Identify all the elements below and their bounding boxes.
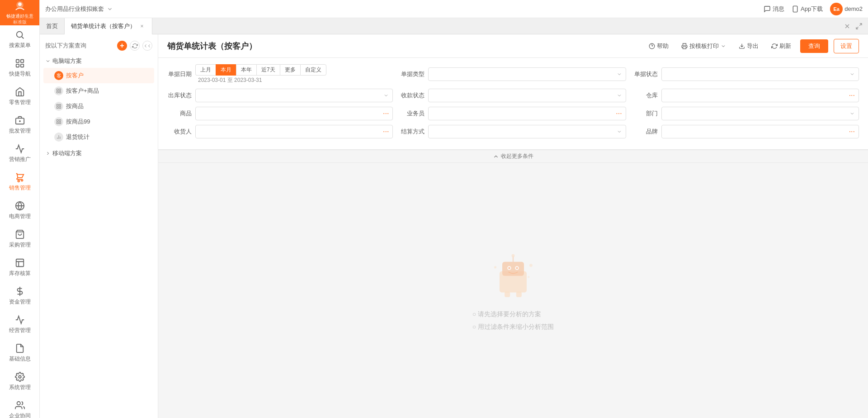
tree-item-by-customer[interactable]: 客 按客户 <box>43 68 154 83</box>
sidebar-item-label: 经营管理 <box>9 327 31 334</box>
svg-rect-37 <box>59 120 61 122</box>
filter-out-status-field: 出库状态 <box>167 89 393 102</box>
filter-dots-goods[interactable]: ··· <box>383 109 389 118</box>
user-menu[interactable]: Ea demo2 <box>830 3 863 15</box>
sidebar-item-label: 搜索菜单 <box>9 42 31 49</box>
tree-item-label: 按客户 <box>66 71 84 80</box>
date-tab-last-month[interactable]: 上月 <box>195 64 216 76</box>
filter-doc-status-field: 单据状态 <box>633 64 859 84</box>
filter-brand-select[interactable]: ··· <box>661 125 859 138</box>
filter-payment-select[interactable] <box>428 125 626 138</box>
svg-point-51 <box>508 267 510 269</box>
collapse-row[interactable]: 收起更多条件 <box>158 150 868 163</box>
user-name: demo2 <box>844 5 863 12</box>
sidebar-item-marketing[interactable]: 营销推广 <box>0 139 40 168</box>
empty-tips: 请先选择要分析的方案 用过滤条件来缩小分析范围 <box>472 308 554 333</box>
tree-item-label: 按客户+商品 <box>66 87 99 95</box>
tab-close-btn[interactable]: × <box>138 23 146 30</box>
tab-maximize-icon[interactable] <box>855 23 863 30</box>
filter-dots-salesperson[interactable]: ··· <box>616 109 622 118</box>
date-tab-7days[interactable]: 近7天 <box>256 64 280 76</box>
date-tab-custom[interactable]: 自定义 <box>300 64 326 76</box>
help-btn[interactable]: 帮助 <box>645 40 672 52</box>
tree-group-pc[interactable]: 电脑端方案 <box>43 54 154 68</box>
filter-out-status-select[interactable] <box>195 89 393 102</box>
message-btn[interactable]: 消息 <box>764 5 784 13</box>
tree-item-by-goods[interactable]: 按商品 <box>43 99 154 114</box>
export-label: 导出 <box>747 42 759 50</box>
filter-receiver-label: 收货人 <box>167 128 192 136</box>
add-scheme-btn[interactable]: + <box>117 41 127 51</box>
message-label: 消息 <box>773 5 784 13</box>
sidebar-item-finance[interactable]: 资金管理 <box>0 282 40 310</box>
collapse-left-btn[interactable] <box>142 41 152 51</box>
sidebar-item-system[interactable]: 系统管理 <box>0 367 40 396</box>
date-tab-this-month[interactable]: 本月 <box>216 64 236 76</box>
filter-brand-label: 品牌 <box>633 128 658 136</box>
sidebar-item-retail[interactable]: 零售管理 <box>0 82 40 111</box>
filter-salesperson-select[interactable]: ··· <box>428 107 626 120</box>
filter-salesperson-label: 业务员 <box>400 109 425 118</box>
tree-item-icon-grid2 <box>54 102 63 111</box>
tree-item-icon-grid3 <box>54 117 63 126</box>
filter-goods-select[interactable]: ··· <box>195 107 393 120</box>
svg-line-27 <box>856 27 859 29</box>
sidebar: 畅捷通好生意 标准版 搜索菜单 快捷导航 零售管理 批发管理 营销推广 销售管理… <box>0 0 40 418</box>
filter-doc-status-select[interactable] <box>661 67 859 81</box>
filter-area: 单据日期 上月 本月 本年 近7天 更多 自定义 2023-03-01 至 20… <box>158 58 868 150</box>
filter-doc-type-select[interactable] <box>428 67 626 81</box>
tree-group-mobile[interactable]: 移动端方案 <box>43 147 154 160</box>
filter-doc-status-label: 单据状态 <box>633 70 658 78</box>
tab-home[interactable]: 首页 <box>40 18 65 34</box>
refresh-btn[interactable]: 刷新 <box>768 40 795 52</box>
left-panel-title: 按以下方案查询 <box>45 42 114 50</box>
filter-collect-status-select[interactable] <box>428 89 626 102</box>
sidebar-item-label: 电商管理 <box>9 213 31 220</box>
filter-dots-receiver[interactable]: ··· <box>383 128 389 136</box>
sidebar-item-sales[interactable]: 销售管理 <box>0 168 40 196</box>
sidebar-item-label: 销售管理 <box>9 184 31 192</box>
svg-rect-12 <box>16 259 24 267</box>
svg-point-58 <box>529 264 533 267</box>
sidebar-item-quick-nav[interactable]: 快捷导航 <box>0 54 40 82</box>
filter-department-select[interactable] <box>661 107 859 120</box>
filter-dots-warehouse[interactable]: ··· <box>849 91 855 100</box>
tab-sales-stat[interactable]: 销货单统计表（按客户） × <box>65 18 152 34</box>
filter-warehouse-select[interactable]: ··· <box>661 89 859 102</box>
template-print-btn[interactable]: 按模板打印 <box>678 40 730 52</box>
tab-close-window-icon[interactable] <box>844 23 851 30</box>
sidebar-item-enterprise[interactable]: 企业协同 <box>0 396 40 418</box>
right-main: 销货单统计表（按客户） 帮助 按模板打印 导出 <box>158 34 868 418</box>
tree-item-by-customer-goods[interactable]: 按客户+商品 <box>43 83 154 99</box>
sidebar-item-basic[interactable]: 基础信息 <box>0 339 40 367</box>
refresh-scheme-btn[interactable] <box>130 41 140 51</box>
sidebar-item-search[interactable]: 搜索菜单 <box>0 25 40 54</box>
export-btn[interactable]: 导出 <box>735 40 762 52</box>
query-btn[interactable]: 查询 <box>800 39 828 53</box>
sidebar-item-label: 批发管理 <box>9 127 31 135</box>
sidebar-item-label: 营销推广 <box>9 156 31 163</box>
sidebar-item-operations[interactable]: 经营管理 <box>0 310 40 339</box>
filter-receiver-select[interactable]: ··· <box>195 125 393 138</box>
filter-department-field: 部门 <box>633 107 859 120</box>
date-tab-more[interactable]: 更多 <box>280 64 300 76</box>
filter-out-status-label: 出库状态 <box>167 91 192 100</box>
sidebar-item-ecommerce[interactable]: 电商管理 <box>0 196 40 225</box>
tab-home-label: 首页 <box>46 22 58 30</box>
filter-dots-brand[interactable]: ··· <box>849 128 855 136</box>
tree-item-return-stat[interactable]: 退货统计 <box>43 129 154 145</box>
tree-group-mobile-label: 移动端方案 <box>52 149 82 157</box>
settings-btn[interactable]: 设置 <box>834 39 859 53</box>
filter-salesperson-field: 业务员 ··· <box>400 107 626 120</box>
date-tab-this-year[interactable]: 本年 <box>236 64 256 76</box>
tree-item-label: 按商品 <box>66 102 84 110</box>
svg-rect-38 <box>57 122 59 124</box>
sidebar-item-purchase[interactable]: 采购管理 <box>0 225 40 253</box>
tree-item-label: 退货统计 <box>66 133 90 141</box>
sidebar-item-inventory[interactable]: 库存核算 <box>0 253 40 282</box>
sidebar-item-wholesale[interactable]: 批发管理 <box>0 111 40 139</box>
tree-item-by-goods-99[interactable]: 按商品99 <box>43 114 154 129</box>
app-download-btn[interactable]: App下载 <box>792 5 823 13</box>
sidebar-item-label: 采购管理 <box>9 241 31 249</box>
app-download-label: App下载 <box>801 5 823 13</box>
